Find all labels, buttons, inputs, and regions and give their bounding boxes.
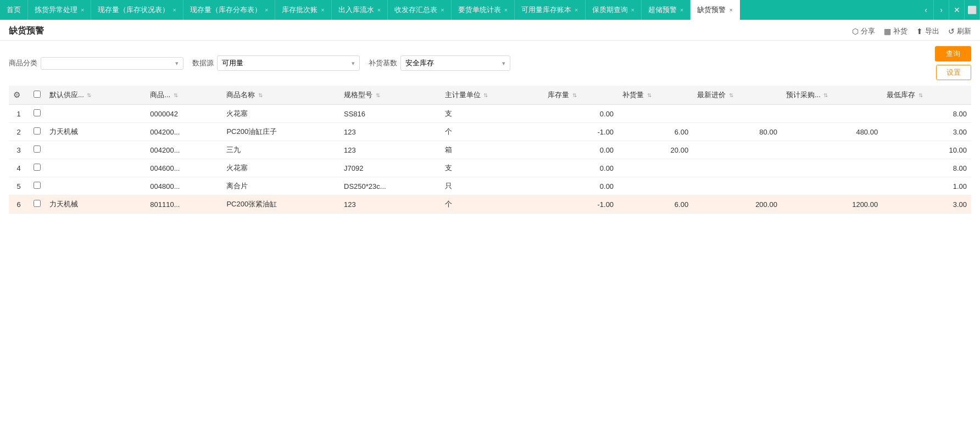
export-button[interactable]: ⬆ 导出	[916, 26, 939, 36]
close-icon[interactable]: ×	[631, 7, 634, 13]
row-supplier	[45, 105, 146, 123]
tab-expiry[interactable]: 保质期查询 ×	[586, 0, 642, 20]
row-min-stock: 8.00	[882, 159, 971, 177]
refresh-button[interactable]: ↺ 刷新	[948, 26, 971, 36]
tab-inout[interactable]: 出入库流水 ×	[332, 0, 388, 20]
close-icon[interactable]: ×	[321, 7, 324, 13]
sort-icon[interactable]: ⇅	[918, 92, 923, 98]
column-settings-button[interactable]: ⚙	[13, 90, 20, 100]
table-container: ⚙ 默认供应... ⇅ 商品... ⇅ 商品名称 ⇅	[0, 86, 980, 437]
row-replenish-qty: 6.00	[618, 123, 693, 141]
row-checkbox[interactable]	[34, 127, 41, 135]
close-icon[interactable]: ×	[575, 7, 578, 13]
table-body: 1 0000042 火花塞 SS816 支 0.00 8.00 2 力天机械 0…	[9, 105, 971, 214]
share-button[interactable]: ⬡ 分享	[852, 26, 875, 36]
row-supplier	[45, 141, 146, 159]
sort-icon[interactable]: ⇅	[376, 92, 380, 98]
row-checkbox-cell	[29, 159, 45, 177]
row-unit: 支	[441, 105, 544, 123]
tab-scroll-left[interactable]: ‹	[918, 0, 934, 20]
sort-icon[interactable]: ⇅	[729, 92, 733, 98]
chevron-down-icon: ▾	[175, 60, 179, 67]
col-settings: ⚙	[9, 86, 29, 105]
data-table: ⚙ 默认供应... ⇅ 商品... ⇅ 商品名称 ⇅	[9, 86, 971, 214]
sort-icon[interactable]: ⇅	[258, 92, 263, 98]
close-icon[interactable]: ×	[172, 7, 176, 13]
table-row: 4 004600... 火花塞 J7092 支 0.00 8.00	[9, 159, 971, 177]
sort-icon[interactable]: ⇅	[823, 92, 828, 98]
tab-home[interactable]: 首页	[0, 0, 28, 20]
category-label: 商品分类	[9, 58, 37, 68]
col-unit: 主计量单位 ⇅	[441, 86, 544, 105]
row-unit: 箱	[441, 141, 544, 159]
sort-icon[interactable]: ⇅	[647, 92, 652, 98]
tab-order-stat[interactable]: 要货单统计表 ×	[452, 0, 515, 20]
replenish-button[interactable]: ▦ 补货	[884, 26, 907, 36]
tab-batch[interactable]: 库存批次账 ×	[275, 0, 331, 20]
row-checkbox[interactable]	[34, 109, 41, 116]
close-icon[interactable]: ×	[441, 7, 444, 13]
share-icon: ⬡	[852, 27, 859, 36]
tab-available[interactable]: 可用量库存账本 ×	[515, 0, 585, 20]
row-product-code: 0000042	[146, 105, 222, 123]
close-icon[interactable]: ×	[729, 7, 732, 13]
col-product-name: 商品名称 ⇅	[222, 86, 339, 105]
row-est-purchase	[782, 105, 882, 123]
sort-icon[interactable]: ⇅	[174, 92, 178, 98]
row-checkbox-cell	[29, 141, 45, 159]
close-icon[interactable]: ×	[680, 7, 683, 13]
row-est-purchase: 1200.00	[782, 195, 882, 214]
row-min-stock: 10.00	[882, 141, 971, 159]
row-num: 4	[9, 159, 29, 177]
row-stock: 0.00	[543, 141, 618, 159]
row-checkbox[interactable]	[34, 164, 41, 171]
close-icon[interactable]: ×	[504, 7, 508, 13]
row-min-stock: 1.00	[882, 177, 971, 195]
datasource-label: 数据源	[192, 58, 214, 68]
tab-scroll-right[interactable]: ›	[934, 0, 949, 20]
col-stock: 库存量 ⇅	[543, 86, 618, 105]
close-icon[interactable]: ×	[81, 7, 84, 13]
row-num: 2	[9, 123, 29, 141]
tab-shortage[interactable]: 缺货预警 ×	[691, 0, 739, 20]
tab-receipt[interactable]: 收发存汇总表 ×	[388, 0, 451, 20]
row-est-purchase	[782, 141, 882, 159]
tab-maximize[interactable]: ⬜	[965, 0, 980, 20]
close-icon[interactable]: ×	[377, 7, 381, 13]
row-product-name: 三九	[222, 141, 339, 159]
row-latest-price	[693, 105, 782, 123]
row-latest-price	[693, 141, 782, 159]
select-all-checkbox[interactable]	[34, 91, 41, 98]
table-header-row: ⚙ 默认供应... ⇅ 商品... ⇅ 商品名称 ⇅	[9, 86, 971, 105]
replenish-select[interactable]: 安全库存 ▾	[400, 55, 510, 71]
tab-bar: 首页 拣货异常处理 × 现存量（库存状况表） × 现存量（库存分布表） × 库存…	[0, 0, 980, 20]
row-checkbox[interactable]	[34, 182, 41, 189]
row-min-stock: 3.00	[882, 123, 971, 141]
category-filter-group: 商品分类 ▾	[9, 57, 183, 70]
row-spec: 123	[339, 141, 441, 159]
row-supplier	[45, 159, 146, 177]
replenish-filter-group: 补货基数 安全库存 ▾	[369, 55, 510, 71]
table-row: 1 0000042 火花塞 SS816 支 0.00 8.00	[9, 105, 971, 123]
row-checkbox[interactable]	[34, 145, 41, 153]
row-replenish-qty: 6.00	[618, 195, 693, 214]
table-row: 3 004200... 三九 123 箱 0.00 20.00 10.00	[9, 141, 971, 159]
row-est-purchase	[782, 159, 882, 177]
tab-inventory-dist[interactable]: 现存量（库存分布表） ×	[183, 0, 275, 20]
tab-overstock[interactable]: 超储预警 ×	[642, 0, 691, 20]
sort-icon[interactable]: ⇅	[572, 92, 577, 98]
tab-close-current[interactable]: ✕	[949, 0, 965, 20]
sort-icon[interactable]: ⇅	[87, 92, 91, 98]
row-checkbox[interactable]	[34, 200, 41, 207]
settings-button[interactable]: 设置	[936, 65, 971, 80]
tab-inventory-status[interactable]: 现存量（库存状况表） ×	[91, 0, 183, 20]
query-button[interactable]: 查询	[935, 46, 971, 61]
close-icon[interactable]: ×	[265, 7, 268, 13]
tab-abnormal[interactable]: 拣货异常处理 ×	[28, 0, 91, 20]
category-select[interactable]: ▾	[41, 57, 183, 70]
row-latest-price	[693, 159, 782, 177]
sort-icon[interactable]: ⇅	[483, 92, 488, 98]
filter-bar: 商品分类 ▾ 数据源 可用量 ▾ 补货基数 安全库存 ▾ 查询 设置	[0, 41, 980, 86]
row-unit: 个	[441, 195, 544, 214]
datasource-select[interactable]: 可用量 ▾	[217, 55, 360, 71]
